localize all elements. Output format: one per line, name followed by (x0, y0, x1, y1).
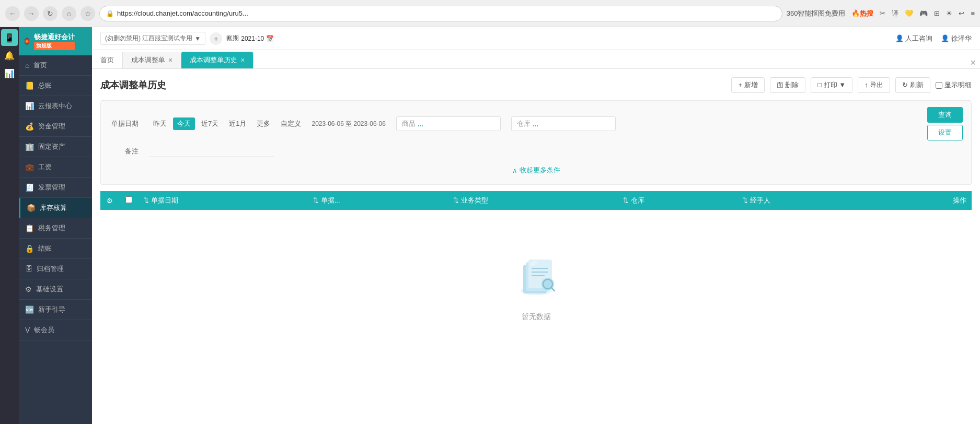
sidebar-item-invoices[interactable]: 🧾 发票管理 (19, 178, 92, 198)
close-all-button[interactable]: × (970, 57, 976, 68)
sidebar-item-funds[interactable]: 💰 资金管理 (19, 116, 92, 137)
vip-icon: V (25, 326, 30, 334)
close-tab-cost-adjust[interactable]: × (168, 56, 172, 64)
filter-row-remark: 备注 (109, 146, 963, 157)
sidebar-item-payroll[interactable]: 💼 工资 (19, 157, 92, 178)
app-name: 畅捷通好会计 (34, 32, 75, 42)
sidebar-item-home[interactable]: ⌂ 首页 (19, 55, 92, 76)
brightness-icon[interactable]: ☀ (946, 9, 952, 17)
date-opt-7days[interactable]: 近7天 (197, 117, 223, 130)
date-opt-more[interactable]: 更多 (252, 117, 274, 130)
app-logo: 🏮 (23, 38, 31, 45)
support-link[interactable]: 👤 人工咨询 (895, 34, 933, 43)
sidebar-item-ledger[interactable]: 📒 总账 (19, 76, 92, 96)
guide-icon: 🆕 (25, 305, 34, 314)
th-number-label: ⇅ 单据... (313, 196, 340, 204)
hot-search-badge: 🔥热搜 (851, 9, 873, 18)
tax-icon: 📋 (25, 224, 34, 232)
rail-item-3[interactable]: 📊 (1, 65, 18, 81)
invoices-icon: 🧾 (25, 183, 34, 192)
close-tab-history[interactable]: × (240, 56, 245, 64)
date-opt-custom[interactable]: 自定义 (276, 117, 305, 130)
app-container: 📱 🔔 📊 🏮 畅捷通好会计 旗舰版 ⌂ 首页 📒 总账 📊 云报表中心 💰 资… (0, 27, 980, 424)
undo-icon[interactable]: ↩ (959, 9, 964, 17)
menu-icon[interactable]: ≡ (971, 9, 975, 17)
wallet-icon[interactable]: 💛 (905, 9, 913, 17)
page-header: 成本调整单历史 + 新增 面 删除 □ 打印 ▼ ↑ 导出 ↻ 刷新 显示明细 (100, 77, 972, 93)
refresh-button[interactable]: ↻ 刷新 (895, 77, 930, 93)
sidebar-header: 🏮 畅捷通好会计 旗舰版 (19, 27, 92, 55)
settings-icon-th: ⚙ (107, 197, 113, 205)
sidebar-item-vip[interactable]: V 畅会员 (19, 320, 92, 340)
sidebar-item-inventory[interactable]: 📦 库存核算 (19, 198, 92, 218)
page-tab-cost-adjust[interactable]: 成本调整单 × (123, 52, 181, 68)
add-company-button[interactable]: + (210, 32, 222, 45)
page-tab-home[interactable]: 首页 (92, 52, 123, 68)
back-button[interactable]: ← (5, 6, 20, 21)
grid-icon[interactable]: ⊞ (934, 9, 940, 17)
browser-toolbar: 360智能抠图免费用 🔥热搜 ✂ 译 💛 🎮 ⊞ ☀ ↩ ≡ (787, 9, 975, 18)
th-warehouse[interactable]: ⇅ 仓库 (618, 191, 737, 210)
page-tab-cost-adjust-history[interactable]: 成本调整单历史 × (181, 52, 253, 68)
date-opt-today[interactable]: 今天 (173, 117, 195, 130)
th-date-label: ⇅ 单据日期 (143, 196, 178, 204)
warehouse-label: 仓库 (517, 119, 531, 128)
th-settings[interactable]: ⚙ (100, 191, 119, 210)
forward-button[interactable]: → (24, 6, 39, 21)
th-date[interactable]: ⇅ 单据日期 (138, 191, 308, 210)
sidebar-item-guide[interactable]: 🆕 新手引导 (19, 300, 92, 320)
warehouse-filter[interactable]: 仓库 ... (511, 116, 616, 131)
th-warehouse-label: ⇅ 仓库 (623, 196, 644, 204)
rail-item-2[interactable]: 🔔 (1, 47, 18, 64)
goods-filter[interactable]: 商品 ... (396, 116, 501, 131)
game-icon[interactable]: 🎮 (919, 9, 928, 17)
empty-label: 暂无数据 (522, 312, 551, 322)
address-bar[interactable]: 🔒 https://cloud.chanjet.com/accounting/u… (99, 6, 782, 21)
new-button[interactable]: + 新增 (731, 77, 764, 93)
top-bar: (勿删勿禁用) 江西服宝测试专用 ▼ + 账期 2021-10 📅 👤 人工咨询… (92, 27, 980, 50)
th-number[interactable]: ⇅ 单据... (308, 191, 448, 210)
remark-label: 备注 (109, 147, 139, 156)
sidebar-item-fixed-assets[interactable]: 🏢 固定资产 (19, 137, 92, 157)
company-selector[interactable]: (勿删勿禁用) 江西服宝测试专用 ▼ (100, 32, 205, 45)
page-actions: + 新增 面 删除 □ 打印 ▼ ↑ 导出 ↻ 刷新 显示明细 (731, 77, 972, 93)
collapse-button[interactable]: ∧ 收起更多条件 (109, 162, 963, 178)
th-actions-label: 操作 (953, 196, 966, 204)
sidebar-label-inventory: 库存核算 (40, 203, 67, 213)
delete-button[interactable]: 面 删除 (770, 77, 806, 93)
user-avatar[interactable]: 👤 徐泽华 (941, 34, 972, 43)
rail-item-active[interactable]: 📱 (1, 29, 18, 46)
sidebar-item-archive[interactable]: 🗄 归档管理 (19, 259, 92, 279)
th-checkbox[interactable] (119, 191, 138, 210)
sidebar: 🏮 畅捷通好会计 旗舰版 ⌂ 首页 📒 总账 📊 云报表中心 💰 资金管理 🏢 … (19, 27, 92, 424)
scissors-icon[interactable]: ✂ (880, 9, 885, 17)
sidebar-item-closing[interactable]: 🔒 结账 (19, 239, 92, 259)
print-button[interactable]: □ 打印 ▼ (811, 77, 852, 93)
period-label: 账期 (226, 34, 239, 43)
th-operator[interactable]: ⇅ 经手人 (737, 191, 881, 210)
table-header: ⚙ ⇅ 单据日期 ⇅ 单据... ⇅ 业务类型 (100, 191, 972, 210)
payroll-icon: 💼 (25, 163, 34, 171)
funds-icon: 💰 (25, 122, 34, 131)
calendar-icon[interactable]: 📅 (266, 35, 274, 42)
url-text: https://cloud.chanjet.com/accounting/uru… (117, 9, 248, 17)
date-opt-yesterday[interactable]: 昨天 (149, 117, 171, 130)
reload-button[interactable]: ↻ (43, 6, 57, 21)
translate-icon[interactable]: 译 (892, 9, 898, 18)
home-button[interactable]: ⌂ (62, 6, 76, 21)
data-table: ⚙ ⇅ 单据日期 ⇅ 单据... ⇅ 业务类型 (100, 191, 972, 210)
bookmark-button[interactable]: ☆ (80, 6, 95, 21)
sidebar-item-tax[interactable]: 📋 税务管理 (19, 218, 92, 239)
remark-input[interactable] (149, 146, 274, 157)
export-button[interactable]: ↑ 导出 (858, 77, 890, 93)
select-all-checkbox[interactable] (125, 196, 132, 203)
show-cols-input[interactable] (936, 82, 942, 89)
sidebar-item-settings[interactable]: ⚙ 基础设置 (19, 279, 92, 300)
sidebar-item-reports[interactable]: 📊 云报表中心 (19, 96, 92, 116)
show-cols-checkbox[interactable]: 显示明细 (936, 80, 972, 90)
date-opt-1month[interactable]: 近1月 (225, 117, 250, 130)
top-bar-right: 👤 人工咨询 👤 徐泽华 (895, 34, 972, 43)
query-button[interactable]: 查询 (927, 107, 963, 123)
th-biz-type[interactable]: ⇅ 业务类型 (448, 191, 618, 210)
filter-settings-button[interactable]: 设置 (927, 125, 963, 140)
